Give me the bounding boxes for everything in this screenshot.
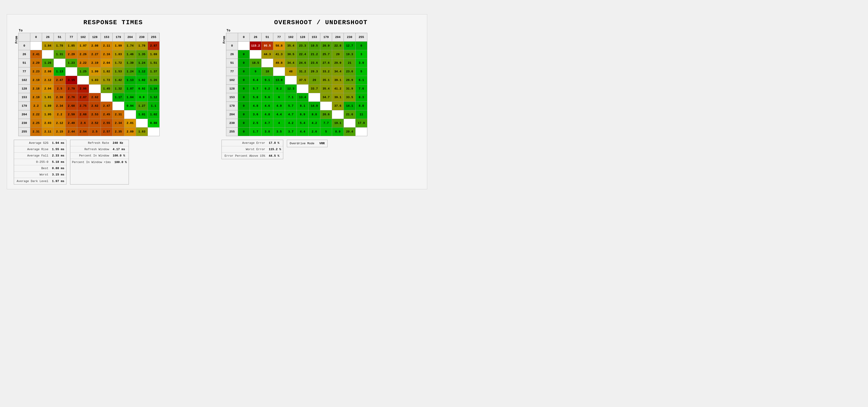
cell: 4.7 xyxy=(261,119,273,128)
cell: 1.95 xyxy=(42,111,54,119)
cell: 1.97 xyxy=(77,41,89,50)
cell: 1.72 xyxy=(101,76,113,85)
cell: 2.03 xyxy=(42,119,54,128)
cell xyxy=(54,59,66,67)
stats-row: Percent In Window100.0 % xyxy=(70,153,129,159)
cell: 0 xyxy=(238,67,250,76)
cell: 21.6 xyxy=(344,111,355,119)
cell: 34.7 xyxy=(320,93,332,102)
row-header: 179 xyxy=(226,102,238,111)
row-header: 77 xyxy=(226,67,238,76)
col-header: 179 xyxy=(113,33,124,41)
stats-label: Average Error xyxy=(222,140,267,146)
cell: 35.4 xyxy=(285,41,297,50)
cell: 0 xyxy=(238,59,250,67)
col-header: 26 xyxy=(250,33,261,41)
stats-value: 100.0 % xyxy=(111,153,127,158)
cell: 0.9 xyxy=(136,93,148,102)
overdrive-label: Overdrive Mode xyxy=(290,142,314,145)
cell: 1.26 xyxy=(42,59,54,67)
cell: 1.83 xyxy=(89,76,101,85)
cell: 4.6 xyxy=(261,102,273,111)
cell: 37.6 xyxy=(332,102,344,111)
col-header: 230 xyxy=(136,33,148,41)
cell: 1.78 xyxy=(136,41,148,50)
cell: 58.8 xyxy=(273,41,285,50)
cell: 1.13 xyxy=(124,76,136,85)
cell: 20.6 xyxy=(320,111,332,119)
stats-label: Worst xyxy=(14,172,50,177)
cell: 2.04 xyxy=(42,85,54,93)
col-header: 179 xyxy=(320,33,332,41)
cell: 29 xyxy=(309,76,320,85)
cell xyxy=(285,76,297,85)
cell: 1.23 xyxy=(66,59,77,67)
cell: 5.4 xyxy=(297,119,309,128)
cell: 35.4 xyxy=(320,85,332,93)
stats-label: Refresh Window xyxy=(70,147,111,152)
cell xyxy=(261,59,273,67)
row-header: 26 xyxy=(226,50,238,59)
rt-stats-left: Average G2G1.94 msAverage Rise1.55 msAve… xyxy=(14,140,66,185)
cell: 6.1 xyxy=(355,76,367,85)
cell: 1.69 xyxy=(148,50,160,59)
row-header: 179 xyxy=(19,102,30,111)
stats-label: Average Rise xyxy=(14,147,50,152)
overdrive-block: Overdrive Mode VRR xyxy=(287,140,328,147)
cell: 2.87 xyxy=(148,41,160,50)
to-label-os: To xyxy=(226,29,367,32)
cell xyxy=(89,85,101,93)
stats-row: Refresh Window4.17 ms xyxy=(70,146,129,153)
row-header: 51 xyxy=(19,59,30,67)
cell: 0 xyxy=(238,119,250,128)
cell: 2.6 xyxy=(309,128,320,136)
cell: 4.8 xyxy=(250,102,261,111)
cell: 1.42 xyxy=(113,76,124,85)
cell: 2.54 xyxy=(77,128,89,136)
cell xyxy=(124,111,136,119)
stats-row: Refresh Rate240 Hz xyxy=(70,140,129,146)
cell: 1.25 xyxy=(77,67,89,76)
cell xyxy=(136,119,148,128)
cell: 31.9 xyxy=(344,85,355,93)
cell: 2.31 xyxy=(113,111,124,119)
cell xyxy=(355,128,367,136)
cell: 20.9 xyxy=(320,41,332,50)
cell: 6.2 xyxy=(261,85,273,93)
cell: 3.5 xyxy=(273,128,285,136)
cell: 20.4 xyxy=(344,128,355,136)
cell: 8.1 xyxy=(297,102,309,111)
cell: 2.26 xyxy=(77,50,89,59)
cell xyxy=(42,50,54,59)
cell: 2.41 xyxy=(30,50,42,59)
cell: 21.2 xyxy=(309,50,320,59)
cell: 5 xyxy=(355,67,367,76)
cell: 39.1 xyxy=(332,76,344,85)
cell: 2.52 xyxy=(89,119,101,128)
cell: 2.12 xyxy=(54,119,66,128)
cell: 1.17 xyxy=(113,93,124,102)
cell: 2.29 xyxy=(30,59,42,67)
cell: 5 xyxy=(320,128,332,136)
cell: 6.9 xyxy=(297,111,309,119)
from-label-os: From xyxy=(221,36,226,44)
cell: 39.1 xyxy=(332,93,344,102)
stats-label: Average Fall xyxy=(14,153,50,158)
cell: 1.78 xyxy=(54,41,66,50)
cell: 1.1 xyxy=(148,102,160,111)
cell: 0 xyxy=(238,76,250,85)
cell xyxy=(66,67,77,76)
cell: 2.11 xyxy=(101,41,113,50)
cell: 2.5 xyxy=(54,85,66,93)
cell: 2.11 xyxy=(42,128,54,136)
cell: 1.46 xyxy=(124,50,136,59)
cell: 2.18 xyxy=(30,85,42,93)
cell: 1.89 xyxy=(42,102,54,111)
cell: 2.6 xyxy=(77,119,89,128)
cell: 23.3 xyxy=(297,41,309,50)
stats-row: Error Percent Above 15%44.5 % xyxy=(222,153,283,159)
stats-row: Worst Error115.2 % xyxy=(222,146,283,153)
cell: 0 xyxy=(238,111,250,119)
overshoot-table: 02651771021281531792042302550115.295.558… xyxy=(226,33,367,136)
cell: 0 xyxy=(238,93,250,102)
